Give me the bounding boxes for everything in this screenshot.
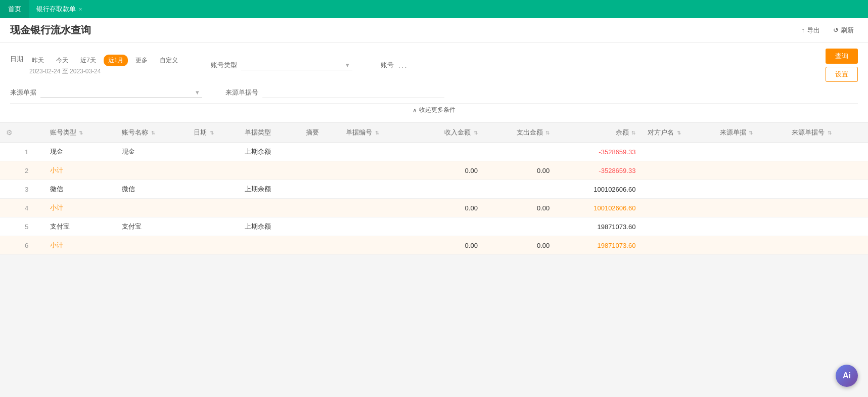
date-shortcuts-container: 昨天 今天 近7天 近1月 更多 自定义 2023-02-24 至 2023-0… — [27, 55, 182, 76]
collapse-up-icon: ∧ — [413, 107, 417, 114]
col-doc-no[interactable]: 单据编号 ⇅ — [340, 123, 412, 143]
row-date — [188, 180, 239, 199]
row-settings — [0, 161, 19, 180]
row-doc-no — [340, 199, 412, 217]
export-label: 导出 — [807, 26, 820, 35]
row-income: 0.00 — [412, 236, 484, 255]
query-button[interactable]: 查询 — [826, 49, 858, 64]
date-btn-custom[interactable]: 自定义 — [155, 55, 182, 66]
row-date — [188, 161, 239, 180]
row-doc-no — [340, 236, 412, 255]
source-doc-select[interactable]: ▾ — [40, 87, 202, 98]
row-doc-type — [239, 199, 300, 217]
row-income — [412, 217, 484, 236]
row-expense — [484, 143, 556, 161]
col-counterpart[interactable]: 对方户名 ⇅ — [642, 123, 713, 143]
row-counterpart — [642, 199, 713, 217]
row-index: 5 — [19, 217, 44, 236]
col-expense-label: 支出金额 — [517, 128, 543, 136]
header-actions: ↑ 导出 ↺ 刷新 — [798, 24, 858, 37]
table-body: 1 现金 现金 上期余额 -3528659.33 2 小计 0.00 0.00 … — [0, 143, 868, 255]
table-row: 1 现金 现金 上期余额 -3528659.33 — [0, 143, 868, 161]
row-settings — [0, 236, 19, 255]
row-index: 3 — [19, 180, 44, 199]
col-balance-label: 余额 — [616, 128, 629, 136]
col-account-type[interactable]: 账号类型 ⇅ — [44, 123, 116, 143]
col-source-doc[interactable]: 来源单据 ⇅ — [714, 123, 786, 143]
col-source-doc-no[interactable]: 来源单据号 ⇅ — [786, 123, 868, 143]
source-doc-group: 来源单据 ▾ — [10, 87, 202, 98]
table-row: 2 小计 0.00 0.00 -3528659.33 — [0, 161, 868, 180]
row-summary — [300, 180, 340, 199]
row-doc-type: 上期余额 — [239, 143, 300, 161]
date-btn-yesterday[interactable]: 昨天 — [27, 55, 49, 66]
source-doc-no-input[interactable] — [262, 87, 444, 98]
row-source-doc — [714, 236, 786, 255]
nav-tab-银行存取款单[interactable]: 银行存取款单× — [29, 0, 102, 18]
export-button[interactable]: ↑ 导出 — [798, 24, 825, 37]
collapse-label: 收起更多条件 — [419, 106, 455, 114]
sort-balance-icon: ⇅ — [631, 130, 635, 136]
row-source-doc-no — [786, 161, 868, 180]
page-header: 现金银行流水查询 ↑ 导出 ↺ 刷新 — [0, 18, 868, 42]
table-row: 4 小计 0.00 0.00 100102606.60 — [0, 199, 868, 217]
collapse-button[interactable]: ∧ 收起更多条件 — [10, 103, 858, 116]
row-account-name: 现金 — [116, 143, 188, 161]
row-account-name: 支付宝 — [116, 217, 188, 236]
row-summary — [300, 199, 340, 217]
col-date[interactable]: 日期 ⇅ — [188, 123, 239, 143]
row-doc-type — [239, 236, 300, 255]
row-settings — [0, 199, 19, 217]
row-expense: 0.00 — [484, 236, 556, 255]
row-income — [412, 143, 484, 161]
date-btn-1month[interactable]: 近1月 — [104, 55, 128, 66]
row-account-name — [116, 161, 188, 180]
source-doc-label: 来源单据 — [10, 88, 36, 97]
account-dots[interactable]: ... — [398, 61, 407, 70]
row-index: 1 — [19, 143, 44, 161]
account-type-label: 账号类型 — [211, 61, 237, 70]
row-counterpart — [642, 236, 713, 255]
row-settings — [0, 180, 19, 199]
table-header: ⚙ 账号类型 ⇅ 账号名称 ⇅ 日期 ⇅ 单据类型 摘要 单据编号 — [0, 123, 868, 143]
column-settings-icon[interactable]: ⚙ — [6, 128, 13, 137]
row-doc-no — [340, 161, 412, 180]
refresh-button[interactable]: ↺ 刷新 — [829, 24, 858, 37]
col-income[interactable]: 收入金额 ⇅ — [412, 123, 484, 143]
col-account-name[interactable]: 账号名称 ⇅ — [116, 123, 188, 143]
account-label: 账号 — [381, 61, 394, 70]
row-source-doc-no — [786, 143, 868, 161]
col-balance[interactable]: 余额 ⇅ — [556, 123, 642, 143]
col-expense[interactable]: 支出金额 ⇅ — [484, 123, 556, 143]
row-settings — [0, 143, 19, 161]
row-date — [188, 236, 239, 255]
top-navigation: 首页 收款单×付款单×其他收入单×应收应付调整单×银行存取款单×预收冲应收单×收… — [0, 0, 868, 18]
col-date-label: 日期 — [194, 128, 207, 136]
col-summary: 摘要 — [300, 123, 340, 143]
date-btn-today[interactable]: 今天 — [52, 55, 73, 66]
row-balance: -3528659.33 — [556, 161, 642, 180]
sort-counterpart-icon: ⇅ — [677, 130, 681, 136]
data-table-container: ⚙ 账号类型 ⇅ 账号名称 ⇅ 日期 ⇅ 单据类型 摘要 单据编号 — [0, 123, 868, 255]
row-index: 6 — [19, 236, 44, 255]
col-index — [19, 123, 44, 143]
row-account-type: 小计 — [44, 199, 116, 217]
row-account-name — [116, 199, 188, 217]
settings-button[interactable]: 设置 — [826, 67, 858, 82]
row-account-type: 微信 — [44, 180, 116, 199]
row-source-doc-no — [786, 180, 868, 199]
sort-source-doc-icon: ⇅ — [749, 130, 753, 136]
row-source-doc — [714, 217, 786, 236]
date-btn-more[interactable]: 更多 — [131, 55, 152, 66]
row-counterpart — [642, 143, 713, 161]
account-type-select[interactable]: ▾ — [241, 60, 352, 70]
date-btn-7days[interactable]: 近7天 — [76, 55, 101, 66]
row-doc-no — [340, 180, 412, 199]
row-expense: 0.00 — [484, 199, 556, 217]
row-counterpart — [642, 217, 713, 236]
nav-home[interactable]: 首页 — [0, 0, 29, 18]
row-source-doc-no — [786, 199, 868, 217]
source-doc-chevron-icon: ▾ — [196, 89, 199, 96]
account-group: 账号 ... — [381, 61, 407, 70]
row-index: 4 — [19, 199, 44, 217]
